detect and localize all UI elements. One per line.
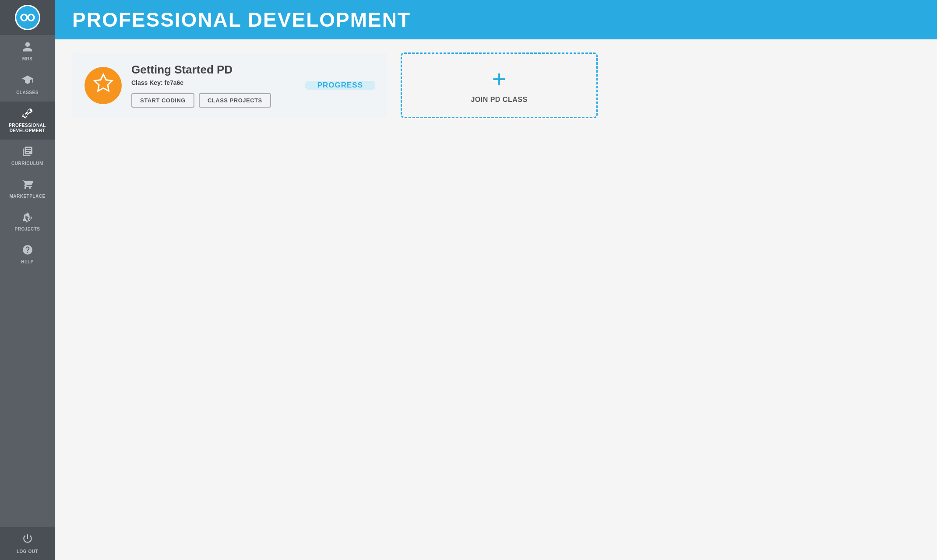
book-icon [22, 146, 33, 159]
star-icon [93, 73, 114, 98]
sidebar-item-projects[interactable]: PROJECTS [0, 205, 55, 238]
page-header: PROFESSIONAL DEVELOPMENT [55, 0, 937, 39]
logout-button[interactable]: LOG OUT [0, 527, 55, 560]
logo[interactable] [0, 0, 55, 35]
join-plus-icon: + [492, 67, 507, 91]
person-icon [22, 41, 33, 54]
sidebar-item-professional-development[interactable]: PROFESSIONAL DEVELOPMENT [0, 102, 55, 140]
join-pd-class-card[interactable]: + JOIN PD CLASS [401, 52, 598, 118]
sidebar-item-classes-label: CLASSES [16, 90, 39, 95]
sidebar-bottom: LOG OUT [0, 527, 55, 560]
logo-inner [16, 6, 39, 29]
sidebar-item-curriculum-label: CURRICULUM [11, 161, 43, 166]
page-title: PROFESSIONAL DEVELOPMENT [72, 8, 411, 32]
rocket-icon [22, 211, 33, 224]
sidebar-item-marketplace-label: MARKETPLACE [9, 194, 45, 199]
sidebar-item-mrs-label: MRS [22, 56, 33, 62]
cards-row: Getting Started PD Class Key: fe7a6e STA… [72, 52, 919, 118]
class-card: Getting Started PD Class Key: fe7a6e STA… [72, 52, 387, 118]
progress-button[interactable]: PROGRESS [305, 81, 375, 90]
join-pd-class-label: JOIN PD CLASS [471, 96, 527, 104]
class-info: Getting Started PD Class Key: fe7a6e STA… [131, 63, 296, 108]
graduation-cap-icon [21, 74, 34, 88]
sidebar-item-help-label: HELP [21, 259, 34, 265]
class-projects-button[interactable]: CLASS PROJECTS [199, 93, 271, 108]
sidebar-item-marketplace[interactable]: MARKETPLACE [0, 172, 55, 205]
svg-marker-3 [95, 74, 112, 91]
sidebar-item-curriculum[interactable]: CURRICULUM [0, 140, 55, 172]
class-key: Class Key: fe7a6e [131, 79, 296, 86]
start-coding-button[interactable]: START CODING [131, 93, 194, 108]
main-content: PROFESSIONAL DEVELOPMENT Getting Started… [55, 0, 937, 560]
wrench-icon [22, 108, 33, 121]
sidebar-item-classes[interactable]: CLASSES [0, 68, 55, 102]
sidebar-item-pd-label: PROFESSIONAL DEVELOPMENT [9, 123, 46, 133]
sidebar-item-projects-label: PROJECTS [15, 227, 40, 232]
logout-label: LOG OUT [17, 549, 38, 554]
sidebar-item-help[interactable]: HELP [0, 238, 55, 271]
cart-icon [22, 178, 33, 192]
sidebar: MRS CLASSES PROFESSIONAL DEVELOPMENT CUR… [0, 0, 55, 560]
content-area: Getting Started PD Class Key: fe7a6e STA… [55, 39, 937, 560]
sidebar-item-mrs[interactable]: MRS [0, 35, 55, 68]
power-icon [22, 533, 33, 547]
class-icon [85, 67, 122, 104]
class-name: Getting Started PD [131, 63, 296, 77]
logo-icon [18, 8, 37, 27]
logo-circle [15, 5, 40, 30]
class-buttons: START CODING CLASS PROJECTS [131, 93, 296, 108]
question-icon [22, 244, 33, 257]
